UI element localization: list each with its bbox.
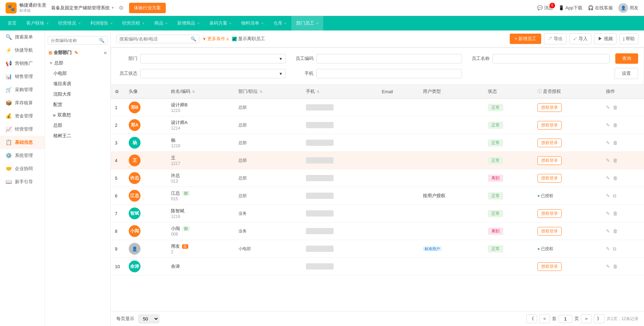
- emp-code-input[interactable]: [316, 54, 462, 63]
- collapse-icon[interactable]: «: [104, 50, 107, 56]
- tab-home[interactable]: 首页: [3, 16, 21, 30]
- show-resigned-checkbox[interactable]: [232, 37, 237, 41]
- close-icon[interactable]: ×: [261, 21, 263, 25]
- online-service-button[interactable]: 🎧 在线客服: [588, 5, 613, 11]
- tab-history[interactable]: 经营历程 ×: [117, 16, 149, 30]
- edit-icon[interactable]: ✎: [74, 50, 78, 55]
- last-page-button[interactable]: 》: [594, 314, 605, 323]
- copy-icon[interactable]: ⧉: [613, 246, 616, 252]
- search-input[interactable]: [119, 36, 191, 42]
- emp-name-input[interactable]: [492, 54, 610, 63]
- auth-button[interactable]: 授权登录: [537, 139, 562, 147]
- tree-search-box[interactable]: 🔍: [48, 36, 108, 45]
- help-button[interactable]: | 帮助: [619, 33, 638, 44]
- user-menu[interactable]: 👤 用友: [618, 3, 638, 13]
- auth-button[interactable]: 授权登录: [537, 262, 562, 271]
- sidebar-item-finance[interactable]: 💰 资金管理: [0, 109, 45, 123]
- sidebar-item-search[interactable]: 🔍 搜索菜单: [0, 30, 45, 44]
- tab-new-goods[interactable]: 新增商品 ×: [172, 16, 204, 30]
- reset-button[interactable]: 设置: [615, 68, 638, 79]
- edit-icon[interactable]: ✎: [606, 122, 610, 128]
- next-page-button[interactable]: ＞: [581, 314, 592, 323]
- edit-icon[interactable]: ✎: [606, 140, 610, 146]
- tab-customer[interactable]: 客户联络 ×: [21, 16, 53, 30]
- tree-node-dispatch[interactable]: 配货: [45, 99, 110, 110]
- edit-icon[interactable]: ✎: [606, 228, 610, 234]
- sidebar-item-system[interactable]: ⚙️ 系统管理: [0, 149, 45, 162]
- sidebar-item-quicknav[interactable]: ⚡ 快捷导航: [0, 44, 45, 57]
- edit-icon[interactable]: ✎: [606, 105, 610, 110]
- query-button[interactable]: 查询: [615, 53, 638, 64]
- tree-search-input[interactable]: [51, 38, 99, 43]
- messages-button[interactable]: 💬 消息 6: [537, 5, 553, 11]
- more-condition-button[interactable]: ▼ 更多条件 ∧: [202, 36, 229, 42]
- dept-select[interactable]: ▾: [140, 54, 286, 63]
- th-dept[interactable]: 部门/职位 ⇅: [234, 85, 302, 98]
- video-button[interactable]: ▶ 视频: [594, 33, 617, 44]
- edit-icon[interactable]: ✎: [606, 264, 610, 269]
- auth-button[interactable]: 授权登录: [537, 121, 562, 130]
- sidebar-item-sales[interactable]: 📊 销售管理: [0, 70, 45, 83]
- current-page-input[interactable]: [559, 315, 572, 323]
- delete-icon[interactable]: 🗑: [613, 175, 618, 181]
- search-input-wrap[interactable]: 🔍: [116, 35, 199, 43]
- delete-icon[interactable]: 🗑: [613, 264, 618, 269]
- add-employee-button[interactable]: + 新增员工: [510, 34, 541, 44]
- trial-button[interactable]: 体验行业方案: [129, 3, 166, 13]
- tab-profit[interactable]: 利润报告 ×: [85, 16, 117, 30]
- delete-icon[interactable]: 🗑: [613, 122, 618, 128]
- tree-node-headquarters-parent[interactable]: ▼ 总部: [45, 58, 110, 68]
- delete-icon[interactable]: 🗑: [613, 228, 618, 234]
- sidebar-item-business[interactable]: 📈 经营管理: [0, 123, 45, 136]
- sidebar-item-basic[interactable]: 📋 基础信息: [0, 136, 45, 149]
- edit-icon[interactable]: ✎: [606, 246, 610, 252]
- app-download-button[interactable]: 📱 App下载: [559, 5, 582, 11]
- edit-icon[interactable]: ✎: [606, 175, 610, 181]
- close-icon[interactable]: ×: [316, 21, 318, 25]
- sidebar-item-marketing[interactable]: 📢 营销推广: [0, 57, 45, 70]
- close-icon[interactable]: ×: [165, 21, 167, 25]
- close-icon[interactable]: ×: [284, 21, 287, 25]
- auth-button[interactable]: 授权登录: [537, 227, 562, 236]
- tree-node-small-elec[interactable]: 小电部: [45, 68, 110, 79]
- import-button[interactable]: ↙ 导入: [569, 33, 592, 44]
- delete-icon[interactable]: 🗑: [613, 211, 618, 216]
- sidebar-item-inventory[interactable]: 📦 库存核算: [0, 96, 45, 109]
- phone-input[interactable]: [316, 69, 462, 78]
- first-page-button[interactable]: 《: [526, 314, 537, 323]
- tab-goods[interactable]: 商品 ×: [149, 16, 172, 30]
- delete-icon[interactable]: 🗑: [613, 105, 618, 110]
- auth-button[interactable]: 授权登录: [537, 174, 562, 183]
- tree-node-project[interactable]: 项目库房: [45, 79, 110, 89]
- tab-department[interactable]: 部门员工 ×: [291, 16, 323, 30]
- delete-icon[interactable]: 🗑: [613, 140, 618, 146]
- close-icon[interactable]: ×: [142, 21, 144, 25]
- tab-warehouse[interactable]: 仓库 ×: [269, 16, 291, 30]
- auth-button[interactable]: 授权登录: [537, 156, 562, 165]
- sidebar-item-collab[interactable]: 🤝 企业协同: [0, 162, 45, 175]
- emp-status-select[interactable]: ▾: [140, 69, 286, 78]
- auth-button[interactable]: 授权登录: [537, 103, 562, 112]
- tree-node-shenyang[interactable]: 沈阳大库: [45, 89, 110, 99]
- th-settings[interactable]: ⚙: [111, 85, 125, 98]
- prev-page-button[interactable]: ＜: [539, 314, 550, 323]
- settings-icon[interactable]: ⚙: [119, 5, 124, 11]
- close-icon[interactable]: ×: [197, 21, 199, 25]
- close-icon[interactable]: ×: [78, 21, 80, 25]
- tree-node-zhishu[interactable]: 植树王二: [45, 131, 110, 141]
- delete-icon[interactable]: 🗑: [613, 158, 618, 163]
- tree-node-shuanglu[interactable]: ▶ 双鹿想: [45, 110, 110, 120]
- tab-bom[interactable]: 物料清单 ×: [236, 16, 268, 30]
- tab-operation[interactable]: 经营情况 ×: [53, 16, 85, 30]
- close-icon[interactable]: ×: [229, 21, 232, 25]
- sidebar-item-purchase[interactable]: 🛒 采购管理: [0, 83, 45, 96]
- edit-icon[interactable]: ✎: [606, 158, 610, 163]
- system-title-dropdown[interactable]: ▾: [112, 6, 114, 10]
- copy-icon[interactable]: ⧉: [613, 193, 616, 199]
- export-button[interactable]: ↗ 导出: [544, 33, 566, 44]
- tab-barcode[interactable]: 条码方案 ×: [205, 16, 236, 30]
- edit-icon[interactable]: ✎: [606, 193, 610, 199]
- show-resigned-toggle[interactable]: 显示离职员工: [232, 36, 265, 42]
- page-size-select[interactable]: 50 100: [138, 315, 159, 323]
- tree-node-hq[interactable]: 总部: [45, 120, 110, 131]
